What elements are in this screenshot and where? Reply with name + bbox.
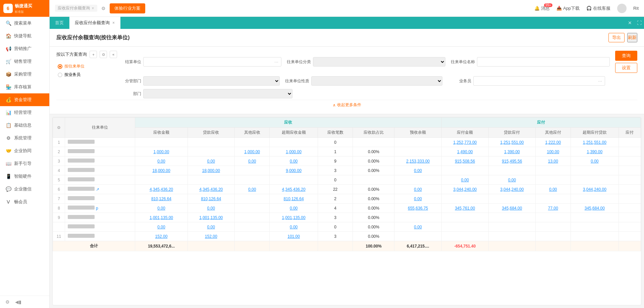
sidebar-item-marketing[interactable]: 📢 营销推广 [0, 42, 49, 55]
cell-overdue-ap[interactable]: 1,390.00 [571, 147, 619, 157]
settlement-unit-input[interactable]: ··· [143, 57, 281, 67]
cell-other-ap[interactable]: 1,222.00 [536, 138, 571, 147]
cell-loan-ap[interactable]: 1,251,551.00 [488, 138, 535, 147]
cell-loan-ar[interactable]: 152.00 [187, 232, 234, 241]
cell-ar-amount[interactable]: 4,345,436.20 [135, 185, 187, 194]
sidebar-item-search-menu[interactable]: 🔍 搜索菜单 [0, 17, 49, 30]
cell-other-ar[interactable]: 0.00 [234, 157, 270, 166]
cell-overdue-ar[interactable]: 101.00 [270, 232, 318, 241]
salesman-input[interactable]: ··· [473, 76, 605, 86]
app-download-link[interactable]: 📥 App下载 [556, 5, 580, 11]
cell-overdue-ar[interactable]: 9,000.00 [270, 166, 318, 175]
cell-loan-ar[interactable]: 0.00 [187, 157, 234, 166]
query-button[interactable]: 查询 [615, 51, 637, 61]
cell-overdue-ar[interactable]: 4,345,436.20 [270, 185, 318, 194]
cell-overdue-ar[interactable]: 810,126.64 [270, 194, 318, 204]
cell-prepay-balance[interactable]: 0.00 [394, 166, 441, 175]
cell-other-ar[interactable]: 1,000.00 [234, 147, 270, 157]
sidebar-item-purchase[interactable]: 📦 采购管理 [0, 68, 49, 81]
cell-prepay-balance[interactable]: 655,636.75 [394, 204, 441, 213]
notification-bell[interactable]: 🔔 消息 99+ [534, 5, 550, 11]
cell-ar-amount[interactable]: 18,000.00 [135, 166, 187, 175]
filter-collapse-icon[interactable]: « [110, 51, 117, 58]
unit-nature-select[interactable] [311, 76, 442, 86]
sidebar-item-sales[interactable]: 🛒 销售管理 [0, 55, 49, 68]
settings-gear-icon[interactable]: ⚙ [101, 6, 106, 11]
sidebar-item-operation[interactable]: 📊 经营管理 [0, 106, 49, 119]
cell-overdue-ar[interactable]: 0.00 [270, 157, 318, 166]
cell-overdue-ap[interactable]: 0.00 [571, 157, 619, 166]
cell-loan-ar[interactable]: 18,000.00 [187, 166, 234, 175]
unit-name-input[interactable] [477, 57, 610, 67]
cell-ar-amount[interactable]: 152.00 [135, 232, 187, 241]
cell-loan-ap[interactable]: 3,044,240.00 [488, 185, 535, 194]
cell-prepay-balance[interactable]: 0.00 [394, 194, 441, 204]
maximize-window-icon[interactable]: ⛶ [635, 18, 644, 28]
cell-overdue-ap[interactable]: 345,684.00 [571, 204, 619, 213]
cell-ap-amount[interactable]: 3,044,240.00 [441, 185, 488, 194]
table-settings-icon[interactable]: ⚙ [57, 125, 61, 130]
cell-loan-ap[interactable]: 1,390.00 [488, 147, 535, 157]
tab-close-icon[interactable]: × [112, 20, 115, 25]
cell-ar-amount[interactable]: 1,001,135.00 [135, 213, 187, 222]
cell-loan-ar[interactable]: 0.00 [187, 222, 234, 232]
cell-loan-ap[interactable]: 0.00 [488, 175, 535, 185]
add-filter-button[interactable]: ＋ [90, 51, 97, 58]
cell-prepay-balance[interactable]: 0.00 [394, 185, 441, 194]
cell-other-ar[interactable]: 0.00 [234, 185, 270, 194]
unit-category-select[interactable] [313, 57, 446, 67]
cell-ap-amount[interactable]: 0.00 [441, 175, 488, 185]
cell-other-ap[interactable]: 77.00 [536, 204, 571, 213]
cell-other-ap[interactable]: 0.00 [536, 185, 571, 194]
filter-option-by-staff[interactable]: 按业务员 [56, 71, 117, 78]
cell-overdue-ap[interactable]: 3,044,240.00 [571, 185, 619, 194]
cell-prepay-balance[interactable]: 0.00 [394, 222, 441, 232]
sidebar-item-smart[interactable]: 📱 智能硬件 [0, 170, 49, 183]
cell-ar-amount[interactable]: 810,126.64 [135, 194, 187, 204]
cell-ap-amount[interactable]: 915,508.56 [441, 157, 488, 166]
export-button[interactable]: 导出 [608, 33, 625, 42]
cell-ap-amount[interactable]: 1,490.00 [441, 147, 488, 157]
tab-home[interactable]: 首页 [50, 17, 69, 29]
cell-loan-ap[interactable]: 915,495.56 [488, 157, 535, 166]
cell-other-ap[interactable]: 13.00 [536, 157, 571, 166]
sidebar-item-inventory[interactable]: 🏪 库存核算 [0, 81, 49, 93]
online-service-link[interactable]: 🎧 在线客服 [586, 5, 610, 11]
cell-loan-ar[interactable]: 1,001,135.00 [187, 213, 234, 222]
sidebar-item-system[interactable]: ⚙ 系统管理 [0, 132, 49, 144]
refresh-button[interactable]: 刷新 [627, 33, 637, 42]
dept-select[interactable] [143, 89, 292, 98]
sidebar-item-guide[interactable]: 📖 新手引导 [0, 157, 49, 170]
sidebar-item-wechat[interactable]: 💬 企业微信 [0, 183, 49, 195]
cell-overdue-ar[interactable]: 1,001,135.00 [270, 213, 318, 222]
cell-ap-amount[interactable]: 345,761.00 [441, 204, 488, 213]
cell-prepay-balance[interactable]: 2,153,333.00 [394, 157, 441, 166]
sidebar-item-quick-nav[interactable]: 🏠 快捷导航 [0, 30, 49, 42]
cell-ar-amount[interactable]: 1,000.00 [135, 147, 187, 157]
cell-loan-ar[interactable]: 0.00 [187, 204, 234, 213]
cell-loan-ap[interactable]: 345,684.00 [488, 204, 535, 213]
bottom-collapse-icon[interactable]: ◀▮ [15, 299, 21, 305]
bottom-settings-icon[interactable]: ⚙ [5, 299, 10, 305]
filter-settings-icon[interactable]: ⊙ [100, 51, 107, 58]
cell-overdue-ar[interactable]: 0.00 [270, 222, 318, 232]
cell-overdue-ar[interactable]: 0.00 [270, 204, 318, 213]
cell-ar-amount[interactable]: 0.00 [135, 157, 187, 166]
cell-overdue-ar[interactable]: 1,000.00 [270, 147, 318, 157]
cell-other-ap[interactable]: 100.00 [536, 147, 571, 157]
filter-option-by-unit[interactable]: 按往来单位 [56, 63, 117, 70]
cell-loan-ar[interactable]: 810,126.64 [187, 194, 234, 204]
trial-button[interactable]: 体验行业方案 [110, 3, 145, 13]
collapse-button[interactable]: ∧ 收起更多条件 [56, 100, 637, 110]
manage-dept-select[interactable] [143, 76, 280, 86]
sidebar-item-member[interactable]: Ⅴ 畅会员 [0, 195, 49, 208]
avatar[interactable] [617, 4, 627, 13]
cell-loan-ar[interactable]: 4,345,436.20 [187, 185, 234, 194]
cell-overdue-ap[interactable]: 1,251,551.00 [571, 138, 619, 147]
cell-ap-amount[interactable]: 1,252,773.00 [441, 138, 488, 147]
cell-ar-amount[interactable]: 0.00 [135, 204, 187, 213]
settings-button[interactable]: 设置 [615, 63, 637, 73]
close-window-icon[interactable]: ✕ [625, 18, 635, 28]
sidebar-item-finance[interactable]: 💰 资金管理 [0, 93, 49, 106]
sidebar-item-basic[interactable]: 📋 基础信息 [0, 119, 49, 132]
